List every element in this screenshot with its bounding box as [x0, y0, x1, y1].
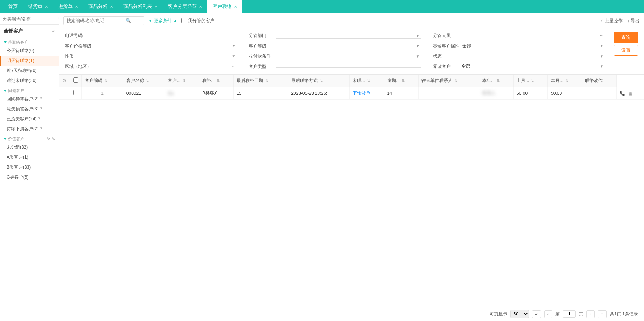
nav-purchase-order[interactable]: 进货单 ✕: [53, 0, 83, 13]
dept-field: 分管部门 ▼: [249, 32, 421, 39]
last-method-link[interactable]: 下销货单: [353, 90, 370, 96]
overdue-sort-icon[interactable]: ⇅: [402, 79, 405, 83]
last-page-btn[interactable]: »: [598, 310, 607, 318]
person-field: 分管人员 ···: [433, 32, 605, 39]
problem-group-label: 问题客户: [0, 86, 59, 94]
next-page-btn[interactable]: ›: [586, 310, 594, 318]
sidebar-item-repurchase-abnormal[interactable]: 回购异常客户(2) ?: [0, 94, 59, 104]
query-button[interactable]: 查询: [614, 32, 638, 43]
nav-sales-order[interactable]: 销货单 ✕: [23, 0, 53, 13]
sidebar-item-today-contact[interactable]: 今天待联络(0): [0, 46, 59, 56]
close-customer-contact-icon[interactable]: ✕: [234, 4, 237, 9]
sidebar-item-tomorrow-contact[interactable]: 明天待联络(1): [0, 56, 59, 66]
retail-input[interactable]: 全部 ▼: [460, 62, 605, 70]
sidebar-item-7days-contact[interactable]: 近7天待联络(0): [0, 66, 59, 76]
nav-product-analysis[interactable]: 商品分析 ✕: [83, 0, 118, 13]
unit-contacts-sort-icon[interactable]: ⇅: [454, 79, 457, 83]
this-month-sort-icon[interactable]: ⇅: [565, 79, 568, 83]
sidebar-item-ungrouped[interactable]: 未分组(32): [0, 142, 59, 152]
edit-icon[interactable]: ✎: [52, 137, 55, 141]
export-btn[interactable]: ↑ 导出: [627, 18, 640, 24]
type-sort-icon[interactable]: ⇅: [182, 79, 185, 83]
col-last-method-label: 最后联络方式: [291, 78, 318, 83]
status-input[interactable]: ▼: [460, 54, 605, 59]
sidebar-item-overdue-contact[interactable]: 逾期未联络(30): [0, 76, 59, 86]
not-contacted-sort-icon[interactable]: ⇅: [367, 79, 370, 83]
nav-home[interactable]: 首页: [3, 0, 23, 13]
nav-customer-tier[interactable]: 客户分层经营 ✕: [163, 0, 207, 13]
sidebar-item-churned[interactable]: 已流失客户(24) ?: [0, 114, 59, 124]
search-input[interactable]: [67, 18, 126, 23]
name-sort-icon[interactable]: ⇅: [146, 79, 149, 83]
nature-input[interactable]: ▼: [92, 54, 237, 59]
my-customers-checkbox[interactable]: [181, 18, 186, 23]
col-last-date-label: 最后联络日期: [237, 78, 263, 83]
all-customers-label[interactable]: 全部客户: [4, 28, 23, 34]
phone-text-input[interactable]: [94, 33, 235, 38]
code-sort-icon[interactable]: ⇅: [104, 79, 107, 83]
person-input[interactable]: ···: [460, 32, 605, 39]
dept-input[interactable]: ▼: [276, 33, 421, 39]
settings-gear-icon[interactable]: ⚙: [62, 78, 66, 83]
customer-type-input[interactable]: [276, 66, 421, 68]
filter-row-3: 性质 ▼ 收付款条件 ▼: [65, 53, 605, 59]
first-page-btn[interactable]: «: [532, 310, 541, 318]
refresh-icon[interactable]: ↻: [47, 137, 50, 141]
phone-input[interactable]: [92, 32, 237, 39]
customer-level-input[interactable]: ▼: [276, 43, 421, 49]
col-unit-contacts-header: 往来单位联系人 ⇅: [418, 75, 479, 87]
customer-code: 000021: [126, 91, 141, 96]
sidebar-item-churn-warning[interactable]: 流失预警客户(3) ?: [0, 104, 59, 114]
price-level-input[interactable]: ▼: [93, 43, 237, 49]
person-more-icon[interactable]: ···: [600, 33, 603, 38]
sidebar-collapse-icon[interactable]: «: [52, 28, 55, 34]
prev-page-btn[interactable]: ‹: [544, 310, 552, 318]
grid-action-icon[interactable]: ▦: [628, 91, 632, 96]
contacts-sort-icon[interactable]: ⇅: [217, 79, 220, 83]
status-arrow-icon: ▼: [600, 54, 603, 58]
top-navigation: 首页 销货单 ✕ 进货单 ✕ 商品分析 ✕ 商品分析列表 ✕ 客户分层经营 ✕ …: [0, 0, 644, 13]
close-customer-tier-icon[interactable]: ✕: [199, 4, 202, 9]
sidebar-item-c-class[interactable]: C类客户(6): [0, 172, 59, 182]
col-not-contacted-label: 未联...: [353, 78, 365, 83]
close-purchase-order-icon[interactable]: ✕: [75, 4, 78, 9]
nav-customer-contact[interactable]: 客户联络 ✕: [207, 0, 242, 13]
payment-field: 收付款条件 ▼: [249, 53, 421, 59]
payment-input[interactable]: ▼: [276, 54, 421, 59]
payment-arrow-icon: ▼: [416, 54, 420, 58]
content-area: 🔍 ▼ 更多条件 ▲ 我分管的客户 ☑ 批量操作 ↑ 导出: [59, 13, 644, 321]
page-size-select[interactable]: 50 100 200: [510, 310, 529, 318]
sidebar-item-a-class[interactable]: A类客户(1): [0, 152, 59, 162]
col-last-method-header: 最后联络方式 ⇅: [288, 75, 349, 87]
sidebar-item-b-class[interactable]: B类客户(33): [0, 162, 59, 172]
search-icon[interactable]: 🔍: [126, 18, 131, 23]
sidebar-item-declining[interactable]: 持续下滑客户(2) ?: [0, 124, 59, 134]
more-conditions-btn[interactable]: ▼ 更多条件 ▲: [148, 18, 178, 24]
current-page-input[interactable]: [563, 310, 576, 318]
table-header-row: ⚙ 客户编码 ⇅ 客户名称 ⇅: [59, 75, 644, 87]
payment-label: 收付款条件: [249, 53, 274, 59]
select-all-checkbox[interactable]: [73, 77, 78, 83]
region-input[interactable]: ···: [93, 63, 237, 70]
row-checkbox[interactable]: [73, 90, 78, 95]
row-this-year-cell: 50.00: [514, 87, 548, 100]
phone-action-icon[interactable]: 📞: [620, 91, 625, 96]
last-month-sort-icon[interactable]: ⇅: [531, 79, 534, 83]
close-product-analysis-icon[interactable]: ✕: [110, 4, 113, 9]
col-name-label: 客户名称: [126, 78, 144, 83]
last-date-sort-icon[interactable]: ⇅: [265, 79, 268, 83]
sidebar-search-input[interactable]: [3, 16, 58, 21]
close-product-analysis-list-icon[interactable]: ✕: [154, 4, 158, 9]
nav-product-analysis-list[interactable]: 商品分析列表 ✕: [118, 0, 163, 13]
retail-arrow-icon: ▼: [600, 64, 603, 68]
this-year-sort-icon[interactable]: ⇅: [497, 79, 500, 83]
last-method-sort-icon[interactable]: ⇅: [320, 79, 323, 83]
settings-button[interactable]: 设置: [614, 45, 638, 56]
customer-type-field: 客户类型: [249, 63, 421, 70]
col-name-header: 客户名称 ⇅: [123, 75, 165, 87]
close-sales-order-icon[interactable]: ✕: [45, 4, 48, 9]
region-more-icon[interactable]: ···: [232, 64, 235, 69]
batch-op-btn[interactable]: ☑ 批量操作: [599, 18, 623, 24]
col-settings-header: ⚙: [59, 75, 70, 87]
retail-attr-input[interactable]: 全部 ▼: [461, 42, 605, 50]
